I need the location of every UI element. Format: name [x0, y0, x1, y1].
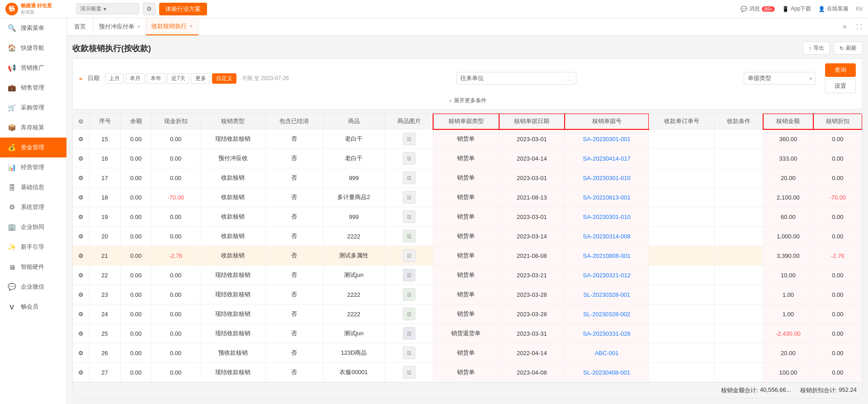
app-download[interactable]: 📱 App下载	[782, 5, 811, 13]
row-settings-icon[interactable]: ⚙	[78, 311, 84, 318]
sidebar-item-operations[interactable]: 📊 经营管理	[0, 157, 66, 177]
cell-settings[interactable]: ⚙	[73, 246, 89, 266]
sidebar-item-member[interactable]: V 畅会员	[0, 297, 66, 317]
sidebar-item-finance[interactable]: 💰 资金管理	[0, 138, 66, 157]
sidebar-item-collab[interactable]: 🏢 企业协同	[0, 217, 66, 237]
settings-icon[interactable]: ⚙	[78, 118, 84, 125]
sidebar-item-inventory[interactable]: 📦 库存核算	[0, 118, 66, 138]
close-window-btn[interactable]: ✕	[839, 21, 850, 32]
cell-write-off-no[interactable]: ABC-001	[565, 343, 649, 363]
cell-settings[interactable]: ⚙	[73, 363, 89, 382]
table-wrapper[interactable]: ⚙ 序号 余额 现金折扣 核销类型 包含已结清 商品 商品图片 核销单据类型 核…	[73, 114, 862, 382]
row-settings-icon[interactable]: ⚙	[78, 214, 84, 220]
refresh-button[interactable]: ↻ 刷新	[834, 42, 863, 55]
row-settings-icon[interactable]: ⚙	[78, 194, 84, 201]
online-service[interactable]: 👤 在线客服	[818, 5, 849, 13]
org-selector[interactable]: 演示账套 ▾	[76, 3, 139, 14]
sidebar-item-marketing[interactable]: 📢 营销推广	[0, 58, 66, 78]
maximize-btn[interactable]: ⛶	[854, 21, 864, 32]
row-settings-icon[interactable]: ⚙	[78, 330, 84, 337]
sidebar-item-wechat[interactable]: 💬 企业微信	[0, 277, 66, 297]
date-btn-last-month[interactable]: 上月	[105, 73, 124, 84]
tab-writeoff-close[interactable]: ×	[189, 23, 193, 29]
cell-settings[interactable]: ⚙	[73, 188, 89, 207]
write-off-no-link[interactable]: SA-20230331-026	[583, 330, 631, 337]
sidebar-item-search[interactable]: 🔍 搜索菜单	[0, 18, 66, 38]
cell-settings[interactable]: ⚙	[73, 343, 89, 363]
cell-settings[interactable]: ⚙	[73, 149, 89, 168]
refresh-icon: ↻	[840, 45, 844, 52]
cell-write-off-no[interactable]: SA-20230414-017	[565, 149, 649, 168]
settings-button[interactable]: ⚙	[143, 3, 156, 15]
sidebar-item-system[interactable]: ⚙ 系统管理	[0, 197, 66, 217]
row-settings-icon[interactable]: ⚙	[78, 369, 84, 376]
filter-collapse-btn[interactable]: »	[79, 75, 82, 82]
write-off-no-link[interactable]: ABC-001	[595, 350, 619, 356]
cell-settings[interactable]: ⚙	[73, 324, 89, 343]
row-settings-icon[interactable]: ⚙	[78, 291, 84, 298]
row-settings-icon[interactable]: ⚙	[78, 272, 84, 279]
cell-settings[interactable]: ⚙	[73, 207, 89, 227]
cell-write-off-no[interactable]: SA-20230301-010	[565, 207, 649, 227]
cell-write-off-no[interactable]: SA-20230331-026	[565, 324, 649, 343]
date-btn-more[interactable]: 更多	[191, 73, 210, 84]
sidebar-label-guide: 新手引导	[21, 243, 44, 251]
expand-more-row[interactable]: ∨ 展开更多条件	[79, 97, 856, 105]
query-button[interactable]: 查询	[825, 63, 856, 77]
from-unit-input[interactable]	[486, 75, 562, 82]
write-off-no-link[interactable]: SA-20230321-012	[583, 272, 631, 279]
cell-write-off-no[interactable]: SA-20230301-001	[565, 129, 649, 149]
row-settings-icon[interactable]: ⚙	[78, 136, 84, 143]
tab-writeoff[interactable]: 收款核销执行 ×	[146, 18, 198, 35]
write-off-no-link[interactable]: SA-20230314-008	[583, 233, 631, 240]
cell-write-off-no[interactable]: SA-20230301-010	[565, 168, 649, 188]
write-off-no-link[interactable]: SA-20230301-001	[583, 136, 631, 143]
export-button[interactable]: ↑ 导出	[803, 42, 830, 55]
date-btn-this-month[interactable]: 本月	[126, 73, 145, 84]
date-btn-7days[interactable]: 近7天	[167, 73, 189, 84]
write-off-no-link[interactable]: SA-20210813-001	[583, 194, 631, 201]
th-settings[interactable]: ⚙	[73, 114, 89, 129]
cell-settings[interactable]: ⚙	[73, 168, 89, 188]
write-off-no-link[interactable]: SA-20210808-001	[583, 252, 631, 259]
sidebar-item-basic[interactable]: 🗄 基础信息	[0, 177, 66, 197]
cell-settings[interactable]: ⚙	[73, 304, 89, 324]
write-off-no-link[interactable]: SL-20230408-001	[583, 369, 630, 376]
cell-settings[interactable]: ⚙	[73, 227, 89, 246]
row-settings-icon[interactable]: ⚙	[78, 175, 84, 181]
write-off-no-link[interactable]: SA-20230301-010	[583, 214, 631, 220]
notification-item[interactable]: 💬 消息 99+	[741, 5, 775, 13]
sidebar-item-nav[interactable]: 🏠 快捷导航	[0, 38, 66, 58]
sidebar-item-purchase[interactable]: 🛒 采购管理	[0, 98, 66, 118]
cell-write-off-no[interactable]: SL-20230408-001	[565, 363, 649, 382]
write-off-no-link[interactable]: SA-20230301-010	[583, 175, 631, 181]
date-btn-custom[interactable]: 自定义	[212, 73, 236, 84]
write-off-no-link[interactable]: SA-20230414-017	[583, 155, 631, 162]
write-off-no-link[interactable]: SL-20230328-002	[583, 311, 630, 318]
row-settings-icon[interactable]: ⚙	[78, 233, 84, 240]
cell-write-off-no[interactable]: SL-20230328-002	[565, 304, 649, 324]
sidebar-item-guide[interactable]: ✨ 新手引导	[0, 237, 66, 257]
row-settings-icon[interactable]: ⚙	[78, 155, 84, 162]
cell-settings[interactable]: ⚙	[73, 129, 89, 149]
write-off-no-link[interactable]: SL-20230328-001	[583, 291, 630, 298]
date-btn-this-year[interactable]: 本年	[146, 73, 165, 84]
cell-write-off-no[interactable]: SL-20230328-001	[565, 285, 649, 304]
from-unit-field[interactable]: 往来单位 ...	[456, 72, 577, 85]
bill-type-select[interactable]: 单据类型 ▾	[744, 72, 816, 85]
row-settings-icon[interactable]: ⚙	[78, 252, 84, 259]
tab-home[interactable]: 首页	[67, 18, 94, 35]
cell-write-off-no[interactable]: SA-20210813-001	[565, 188, 649, 207]
tab-prepay-close[interactable]: ×	[137, 24, 140, 30]
cell-settings[interactable]: ⚙	[73, 266, 89, 285]
cell-write-off-no[interactable]: SA-20230321-012	[565, 266, 649, 285]
cell-settings[interactable]: ⚙	[73, 285, 89, 304]
sidebar-item-sales[interactable]: 💼 销售管理	[0, 78, 66, 98]
tab-prepay[interactable]: 预付冲应付单 ×	[94, 18, 146, 35]
trial-button[interactable]: 体验行业方案	[159, 3, 207, 15]
row-settings-icon[interactable]: ⚙	[78, 350, 84, 356]
filter-setting-button[interactable]: 设置	[825, 79, 856, 93]
cell-write-off-no[interactable]: SA-20230314-008	[565, 227, 649, 246]
cell-write-off-no[interactable]: SA-20210808-001	[565, 246, 649, 266]
sidebar-item-hardware[interactable]: 🖥 智能硬件	[0, 257, 66, 277]
